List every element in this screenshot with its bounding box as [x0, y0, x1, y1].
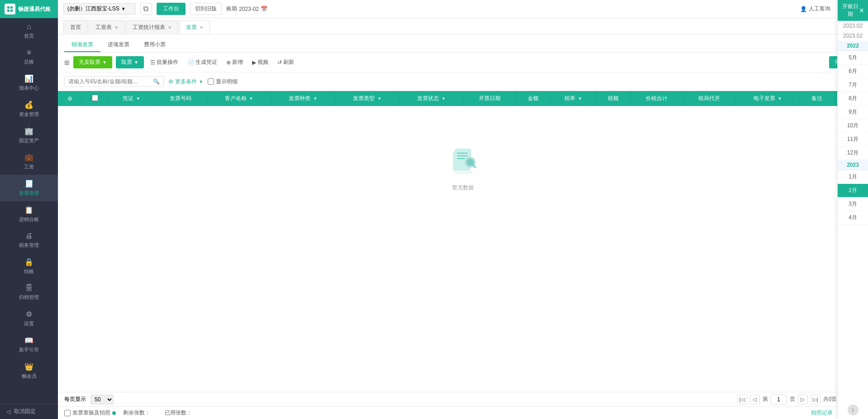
invoice-check-checkbox[interactable] [64, 410, 71, 416]
sidebar-item-funds[interactable]: 💰 资金管理 [0, 96, 58, 122]
th-invoice-category: 发票类型 ▼ [335, 91, 400, 106]
sales-icon: 📋 [24, 206, 33, 214]
company-selector[interactable]: (勿删）江西股宝-LSS ▼ [63, 3, 136, 14]
filter-row: 🔍 ⚙ 更多条件 ▼ 显示明细 [58, 72, 868, 91]
tab-salary-table[interactable]: 工资表 ✕ [89, 20, 125, 34]
per-page-select[interactable]: 50 10 20 100 [91, 395, 114, 405]
tab-invoice-close[interactable]: ✕ [200, 25, 203, 30]
tax-rate-filter-icon[interactable]: ▼ [578, 96, 582, 101]
month-2023-3[interactable]: 3月 [838, 197, 868, 211]
pin-button[interactable]: ◁ 取消固定 [0, 404, 58, 419]
sidebar-label-invoice: 发票管理 [19, 190, 39, 197]
home-icon: ⌂ [27, 23, 31, 31]
sub-tab-sales[interactable]: 销项发票 [64, 38, 100, 52]
sidebar-item-tax[interactable]: 🖨 税务管理 [0, 227, 58, 253]
sub-tab-purchase[interactable]: 进项发票 [100, 38, 137, 52]
month-2023-4[interactable]: 4月 [838, 211, 868, 225]
invoice-type-filter-icon[interactable]: ▼ [313, 96, 318, 101]
next-page-button[interactable]: ▷ [798, 395, 808, 405]
show-detail-checkbox[interactable] [208, 78, 214, 85]
month-2022-12[interactable]: 12月 [838, 146, 868, 160]
month-2022-5[interactable]: 5月 [838, 51, 868, 65]
month-2022-7[interactable]: 7月 [838, 78, 868, 92]
workbench-button[interactable]: 工作台 [157, 3, 186, 15]
sidebar-item-assets[interactable]: 🏢 固定资产 [0, 122, 58, 149]
table-wrap: ⚙ 凭证 ▼ 发票号码 客户名称 ▼ 发票种类 ▼ 发票类型 ▼ 发票状态 ▼ … [58, 91, 868, 392]
date-panel-footer: ↕ [838, 401, 868, 419]
th-settings[interactable]: ⚙ [58, 91, 82, 106]
th-remark: 备注 [800, 91, 834, 106]
sidebar-item-archive[interactable]: 🗄 归档管理 [0, 279, 58, 305]
svg-rect-4 [144, 7, 148, 11]
support-label: 人工客询 [809, 5, 830, 13]
take-ticket-button[interactable]: 取票 ▼ [116, 56, 144, 68]
month-2023-2[interactable]: 2月 [838, 184, 868, 197]
sidebar-item-invoice[interactable]: 🧾 发票管理 [0, 175, 58, 201]
tab-salary-stats[interactable]: 工资统计报表 ✕ [126, 20, 178, 34]
show-detail-label[interactable]: 显示明细 [208, 78, 238, 86]
sidebar-item-ledger[interactable]: ≡ 总账 [0, 44, 58, 70]
date-panel-close-button[interactable]: ✕ [859, 7, 864, 14]
customer-filter-icon[interactable]: ▼ [249, 96, 253, 101]
pin-label: 取消固定 [14, 408, 36, 415]
month-2023-1[interactable]: 1月 [838, 170, 868, 184]
sidebar-item-home[interactable]: ⌂ 首页 [0, 18, 58, 44]
used-label: 已用张数： [165, 409, 192, 417]
month-2022-9[interactable]: 9月 [838, 106, 868, 119]
tab-salary-table-close[interactable]: ✕ [114, 25, 118, 30]
sidebar-item-salary[interactable]: 💼 工资 [0, 149, 58, 175]
invoice-category-filter-icon[interactable]: ▼ [377, 96, 382, 101]
no-cancel-ticket-label: 无卖取票 [79, 58, 100, 66]
tab-home[interactable]: 首页 [63, 20, 88, 34]
invoice-status-filter-icon[interactable]: ▼ [441, 96, 446, 101]
month-2022-10[interactable]: 10月 [838, 119, 868, 133]
support-item[interactable]: 👤 人工客询 [800, 5, 830, 13]
sidebar-item-reports[interactable]: 📊 报表中心 [0, 70, 58, 96]
grid-view-icon[interactable]: ⊞ [64, 59, 70, 66]
last-page-button[interactable]: ▷| [811, 395, 820, 405]
voucher-filter-icon[interactable]: ▼ [136, 96, 140, 101]
sidebar-label-sales-purchase: 进销台账 [19, 216, 39, 223]
gen-voucher-button[interactable]: 📄 生成凭证 [185, 57, 220, 68]
sidebar-item-closing[interactable]: 🔒 结账 [0, 253, 58, 279]
tab-salary-table-label: 工资表 [95, 24, 112, 31]
take-dropdown-icon: ▼ [134, 60, 138, 65]
record-link[interactable]: 拍照记录 [811, 409, 833, 417]
sidebar-item-member[interactable]: 👑 畅会员 [0, 358, 58, 384]
month-2022-6[interactable]: 6月 [838, 65, 868, 78]
page-input[interactable] [771, 395, 787, 405]
sidebar-item-guide[interactable]: 📖 新手引导 [0, 332, 58, 358]
no-cancel-ticket-button[interactable]: 无卖取票 ▼ [73, 56, 112, 68]
sidebar-label-assets: 固定资产 [19, 137, 39, 144]
tab-salary-stats-close[interactable]: ✕ [168, 25, 172, 30]
tab-invoice[interactable]: 发票 ✕ [179, 20, 210, 34]
refresh-button[interactable]: ↺ 刷新 [275, 57, 297, 68]
month-2022-8[interactable]: 8月 [838, 92, 868, 106]
search-input[interactable] [68, 78, 151, 85]
sidebar-item-settings[interactable]: ⚙ 设置 [0, 305, 58, 332]
th-voucher: 凭证 ▼ [109, 91, 154, 106]
date-panel-scroll-btn[interactable]: ↕ [848, 405, 858, 415]
sidebar-item-sales-purchase[interactable]: 📋 进销台账 [0, 201, 58, 227]
more-conditions-button[interactable]: ⚙ 更多条件 ▼ [168, 78, 203, 86]
sidebar-label-closing: 结账 [24, 268, 34, 275]
select-all-checkbox[interactable] [92, 95, 98, 101]
period-label: 账期 [226, 5, 237, 13]
new-button[interactable]: ⊕ 新增 [224, 57, 246, 68]
sidebar-label-tax: 税务管理 [19, 242, 39, 249]
tabs-bar: 首页 工资表 ✕ 工资统计报表 ✕ 发票 ✕ [58, 18, 868, 34]
member-icon: 👑 [24, 362, 33, 371]
month-2022-11[interactable]: 11月 [838, 133, 868, 146]
batch-ops-button[interactable]: ☰ 批量操作 [148, 57, 181, 68]
video-button[interactable]: ▶ 视频 [249, 57, 271, 68]
invoice-check-text: 发票查验及拍照 [72, 409, 110, 417]
copy-button[interactable] [140, 3, 152, 15]
year-2022-label: 2022 [838, 41, 868, 51]
first-page-button[interactable]: |◁ [737, 395, 747, 405]
e-invoice-filter-icon[interactable]: ▼ [777, 96, 782, 101]
sub-tab-expense[interactable]: 费用小票 [137, 38, 173, 52]
prev-page-button[interactable]: ◁ [750, 395, 760, 405]
switch-button[interactable]: 切到旧版 [190, 3, 222, 15]
svg-rect-1 [10, 6, 13, 9]
date-period-2022-display: 2023.02 [838, 21, 868, 31]
